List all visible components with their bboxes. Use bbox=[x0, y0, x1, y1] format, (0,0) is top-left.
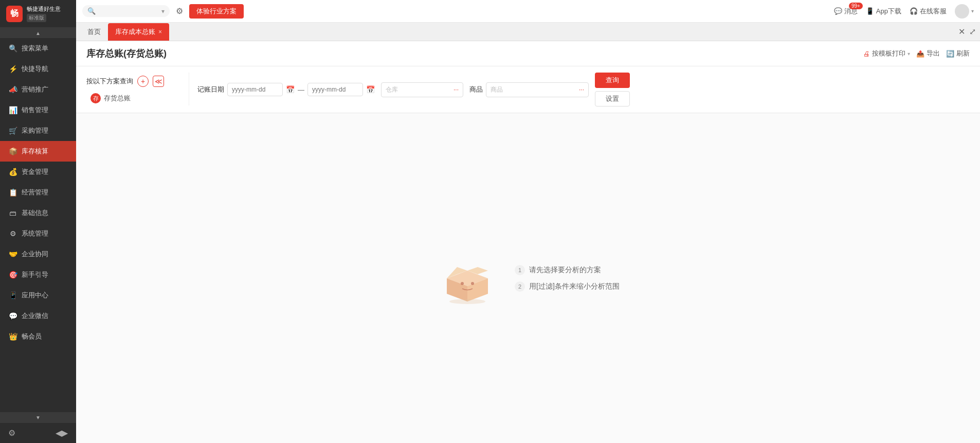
scheme-item-stock-ledger[interactable]: 存 存货总账 bbox=[86, 91, 180, 105]
sidebar-nav: 🔍 搜索菜单 ⚡ 快捷导航 📣 营销推广 📊 销售管理 🛒 采购管理 📦 库存核… bbox=[0, 38, 76, 412]
message-icon: 💬 bbox=[834, 7, 842, 15]
wechat-icon: 💬 bbox=[8, 311, 17, 321]
print-label: 按模板打印 bbox=[872, 49, 905, 58]
scheme-list: 存 存货总账 bbox=[86, 91, 180, 105]
date-separator: — bbox=[298, 86, 304, 94]
chevron-down-icon[interactable]: ▾ bbox=[161, 8, 165, 15]
sidebar-item-label: 基础信息 bbox=[22, 208, 48, 218]
print-chevron-icon: ▾ bbox=[908, 51, 910, 57]
member-icon: 👑 bbox=[8, 332, 17, 341]
more-icon: ··· bbox=[453, 86, 459, 93]
sidebar-item-label: 经营管理 bbox=[22, 188, 48, 197]
sidebar-item-system[interactable]: ⚙ 系统管理 bbox=[0, 223, 76, 244]
settings-bottom-icon[interactable]: ⚙ bbox=[8, 428, 15, 438]
export-btn[interactable]: 📤 导出 bbox=[916, 49, 940, 58]
sidebar-item-search[interactable]: 🔍 搜索菜单 bbox=[0, 38, 76, 59]
sidebar-scroll-down[interactable]: ▼ bbox=[0, 412, 76, 422]
scheme-close-btn[interactable]: ≪ bbox=[153, 76, 164, 87]
sidebar-item-finance[interactable]: 💰 资金管理 bbox=[0, 162, 76, 182]
svg-point-6 bbox=[471, 282, 474, 285]
calendar-end-icon[interactable]: 📅 bbox=[366, 85, 375, 94]
appcenter-icon: 📱 bbox=[8, 291, 17, 300]
refresh-btn[interactable]: 🔄 刷新 bbox=[946, 49, 970, 58]
filter-controls: 记账日期 📅 — 📅 仓库 ··· bbox=[197, 73, 970, 107]
sidebar-item-label: 畅会员 bbox=[22, 332, 42, 341]
industry-btn[interactable]: 体验行业方案 bbox=[189, 4, 244, 19]
empty-state: 1 请先选择要分析的方案 2 用[过滤]条件来缩小分析范围 bbox=[76, 113, 980, 443]
enterprise-icon: 🤝 bbox=[8, 250, 17, 259]
app-download-btn[interactable]: 📱 App下载 bbox=[866, 7, 901, 16]
goods-more-icon: ··· bbox=[579, 86, 584, 93]
sidebar-item-marketing[interactable]: 📣 营销推广 bbox=[0, 79, 76, 100]
sidebar-item-sales[interactable]: 📊 销售管理 bbox=[0, 100, 76, 120]
app-logo: 畅 畅捷通好生意 标准版 bbox=[0, 0, 76, 28]
tab-inventory-ledger[interactable]: 库存成本总账 × bbox=[108, 23, 169, 41]
sidebar-item-appcenter[interactable]: 📱 应用中心 bbox=[0, 285, 76, 306]
tab-close-all-icon[interactable]: ✕ bbox=[958, 27, 965, 37]
system-icon: ⚙ bbox=[8, 229, 17, 238]
action-btns: 查询 设置 bbox=[595, 73, 630, 107]
empty-hint-2: 2 用[过滤]条件来缩小分析范围 bbox=[515, 281, 620, 292]
chevron-down-icon: ▾ bbox=[971, 8, 974, 14]
scheme-add-btn[interactable]: + bbox=[137, 76, 149, 87]
sidebar-item-wechat[interactable]: 💬 企业微信 bbox=[0, 306, 76, 326]
sidebar-item-member[interactable]: 👑 畅会员 bbox=[0, 326, 76, 347]
sidebar-item-label: 资金管理 bbox=[22, 167, 48, 176]
tab-expand-icon[interactable]: ⤢ bbox=[969, 27, 976, 37]
app-edition: 标准版 bbox=[27, 14, 46, 22]
filter-group-warehouse: 仓库 ··· bbox=[381, 82, 463, 97]
date-label: 记账日期 bbox=[197, 85, 224, 94]
sidebar-bottom: ⚙ ◀▶ bbox=[0, 422, 76, 443]
collapse-icon[interactable]: ◀▶ bbox=[56, 428, 68, 438]
topbar-search-area[interactable]: 🔍 ▾ bbox=[82, 5, 170, 17]
warehouse-select[interactable]: 仓库 ··· bbox=[381, 82, 463, 97]
sidebar-item-shortcut[interactable]: ⚡ 快捷导航 bbox=[0, 59, 76, 79]
scheme-panel: 按以下方案查询 + ≪ 存 存货总账 bbox=[86, 73, 189, 105]
date-start-input[interactable] bbox=[227, 83, 283, 96]
messages-btn[interactable]: 💬 消息 99+ bbox=[834, 7, 858, 16]
service-icon: 🎧 bbox=[910, 7, 918, 15]
search-input[interactable] bbox=[98, 8, 159, 15]
sidebar-item-operation[interactable]: 📋 经营管理 bbox=[0, 182, 76, 203]
tab-close-icon[interactable]: × bbox=[158, 28, 162, 36]
sidebar-item-basic[interactable]: 🗃 基础信息 bbox=[0, 203, 76, 223]
filter-group-date: 记账日期 📅 — 📅 bbox=[197, 83, 375, 96]
gear-icon[interactable]: ⚙ bbox=[176, 6, 183, 16]
sidebar-item-inventory[interactable]: 📦 库存核算 bbox=[0, 141, 76, 162]
empty-illustration bbox=[437, 253, 498, 304]
sidebar-item-label: 系统管理 bbox=[22, 229, 48, 238]
query-btn[interactable]: 查询 bbox=[595, 73, 630, 88]
online-service-btn[interactable]: 🎧 在线客服 bbox=[910, 7, 947, 16]
page-header-actions: 🖨 按模板打印 ▾ 📤 导出 🔄 刷新 bbox=[863, 49, 970, 64]
print-template-btn[interactable]: 🖨 按模板打印 ▾ bbox=[863, 49, 910, 58]
user-avatar[interactable]: ▾ bbox=[955, 4, 974, 19]
sidebar-scroll-up[interactable]: ▲ bbox=[0, 28, 76, 38]
settings-btn[interactable]: 设置 bbox=[595, 91, 630, 107]
topbar-right: 💬 消息 99+ 📱 App下载 🎧 在线客服 ▾ bbox=[834, 4, 974, 19]
sidebar-item-purchase[interactable]: 🛒 采购管理 bbox=[0, 120, 76, 141]
filter-row-main: 记账日期 📅 — 📅 仓库 ··· bbox=[197, 73, 970, 107]
calendar-start-icon[interactable]: 📅 bbox=[286, 85, 295, 94]
refresh-label: 刷新 bbox=[956, 49, 970, 58]
goods-select[interactable]: 商品 ··· bbox=[486, 82, 589, 97]
avatar bbox=[955, 4, 969, 19]
download-icon: 📱 bbox=[866, 7, 874, 15]
warehouse-placeholder: 仓库 bbox=[386, 85, 398, 94]
scheme-icon: 存 bbox=[90, 93, 101, 103]
svg-point-5 bbox=[461, 282, 464, 285]
hint2-text: 用[过滤]条件来缩小分析范围 bbox=[529, 282, 620, 291]
sidebar-item-newbie[interactable]: 🎯 新手引导 bbox=[0, 264, 76, 285]
finance-icon: 💰 bbox=[8, 167, 17, 176]
sidebar-item-label: 搜索菜单 bbox=[22, 44, 48, 53]
date-end-input[interactable] bbox=[307, 83, 363, 96]
sidebar-item-enterprise[interactable]: 🤝 企业协同 bbox=[0, 244, 76, 264]
export-icon: 📤 bbox=[916, 50, 924, 58]
sales-icon: 📊 bbox=[8, 105, 17, 115]
topbar: 🔍 ▾ ⚙ 体验行业方案 💬 消息 99+ 📱 App下载 🎧 在线客服 ▾ bbox=[76, 0, 980, 23]
tab-home[interactable]: 首页 bbox=[80, 23, 108, 41]
inventory-icon: 📦 bbox=[8, 147, 17, 156]
sidebar-item-label: 快捷导航 bbox=[22, 64, 48, 74]
print-icon: 🖨 bbox=[863, 50, 870, 58]
tab-home-label: 首页 bbox=[87, 27, 101, 37]
sidebar-item-label: 库存核算 bbox=[22, 147, 48, 156]
